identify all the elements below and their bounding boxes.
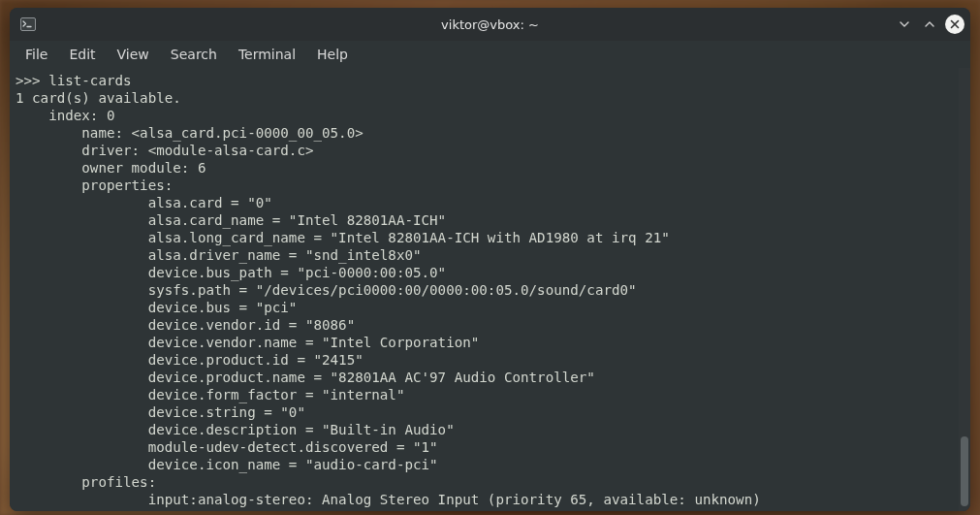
menu-search[interactable]: Search (161, 44, 227, 65)
menu-view[interactable]: View (108, 44, 159, 65)
terminal-output: >>> list-cards 1 card(s) available. inde… (10, 68, 957, 511)
window-title: viktor@vbox: ~ (10, 17, 970, 32)
menu-edit[interactable]: Edit (59, 44, 105, 65)
maximize-button[interactable] (920, 15, 939, 34)
titlebar[interactable]: viktor@vbox: ~ (10, 8, 970, 41)
scrollbar-track[interactable] (959, 68, 970, 511)
scrollbar-thumb[interactable] (961, 436, 968, 506)
close-button[interactable] (945, 15, 964, 34)
menu-terminal[interactable]: Terminal (229, 44, 305, 65)
window-controls (895, 8, 964, 41)
terminal-area[interactable]: >>> list-cards 1 card(s) available. inde… (10, 68, 970, 511)
menubar: File Edit View Search Terminal Help (10, 41, 970, 68)
minimize-button[interactable] (895, 15, 914, 34)
menu-help[interactable]: Help (307, 44, 358, 65)
terminal-window: viktor@vbox: ~ File Edit View Search Ter… (10, 8, 970, 511)
svg-rect-0 (21, 18, 36, 31)
terminal-app-icon (19, 16, 37, 33)
menu-file[interactable]: File (16, 44, 57, 65)
